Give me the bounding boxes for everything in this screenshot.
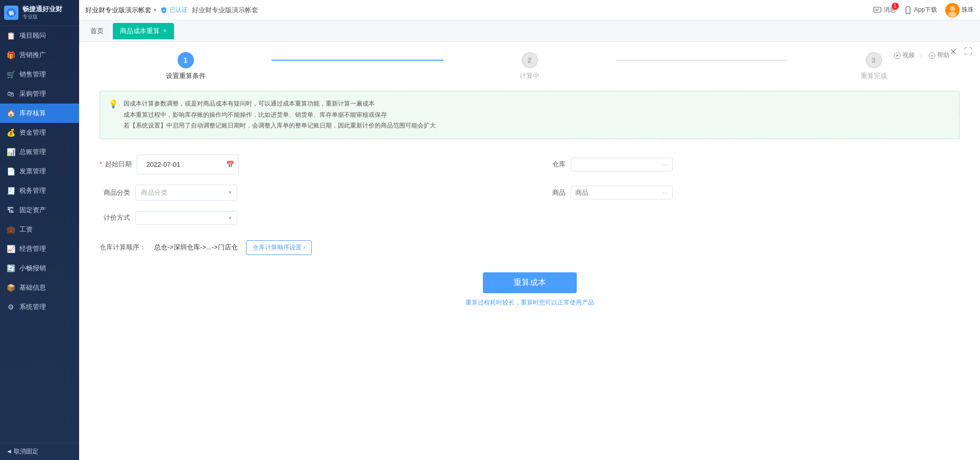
user-avatar xyxy=(945,3,960,17)
expense-icon: 🔄 xyxy=(6,264,15,272)
sidebar-item-marketing[interactable]: 🎁 营销推广 xyxy=(0,45,79,65)
svg-point-7 xyxy=(948,12,957,17)
warehouse-group: 仓库 ··· xyxy=(535,158,960,171)
sidebar-item-project[interactable]: 📋 项目顾问 xyxy=(0,26,79,45)
sidebar-item-finance[interactable]: 💰 资金管理 xyxy=(0,123,79,142)
assets-icon: 🏗 xyxy=(6,206,15,214)
tab-home[interactable]: 首页 xyxy=(83,23,111,39)
step-3: 3 重算完成 xyxy=(788,52,960,81)
sidebar-unpin-button[interactable]: ◄ 取消固定 xyxy=(0,443,79,460)
recalc-button[interactable]: 重算成本 xyxy=(483,272,577,293)
app-name: 畅捷通好业财 xyxy=(22,5,62,13)
form-row-2: 商品分类 商品分类 ▾ 商品 ··· xyxy=(100,185,960,201)
warehouse-label: 仓库 xyxy=(535,160,566,169)
sidebar-item-operations[interactable]: 📈 经营管理 xyxy=(0,239,79,259)
sales-icon: 🛒 xyxy=(6,70,15,79)
start-date-group: * 起始日期 📅 xyxy=(100,155,525,174)
calendar-icon[interactable]: 📅 xyxy=(226,161,234,168)
purchase-icon: 🛍 xyxy=(6,90,15,98)
inventory-icon: 🏠 xyxy=(6,109,15,117)
step-1-label: 设置重算条件 xyxy=(166,71,206,81)
info-box: 💡 因成本计算参数调整，或是对商品成本有疑问时，可以通过成本重算功能，重新计算一… xyxy=(100,91,960,139)
tab-recalc-close-icon[interactable]: ✕ xyxy=(163,28,167,34)
basic-icon: 📦 xyxy=(6,284,15,292)
warehouse-input-wrapper[interactable]: ··· xyxy=(571,158,673,171)
pricing-group: 计价方式 ▾ xyxy=(100,211,525,225)
sidebar-item-purchase[interactable]: 🛍 采购管理 xyxy=(0,84,79,104)
svg-point-6 xyxy=(950,6,955,11)
app-logo: 畅 xyxy=(4,6,18,20)
account-selector[interactable]: 好业财专业版演示帐套 ▾ xyxy=(85,6,156,15)
warehouse-order-value: 总仓->深圳仓库->...->门店仓 xyxy=(154,243,238,252)
sidebar-nav: 📋 项目顾问 🎁 营销推广 🛒 销售管理 🛍 采购管理 🏠 库存核算 💰 资金管… xyxy=(0,26,79,443)
svg-rect-2 xyxy=(874,7,881,12)
category-placeholder: 商品分类 xyxy=(141,188,167,197)
step-1-circle: 1 xyxy=(178,52,194,68)
warehouse-order-settings-button[interactable]: 仓库计算顺序设置 › xyxy=(246,240,312,255)
step-line-1 xyxy=(272,60,444,61)
invoice-icon: 📄 xyxy=(6,167,15,175)
step-3-label: 重算完成 xyxy=(861,71,887,81)
project-icon: 📋 xyxy=(6,32,15,40)
messages-button[interactable]: 消息 1 xyxy=(873,6,896,14)
sidebar-item-basic[interactable]: 📦 基础信息 xyxy=(0,278,79,297)
step-2: 2 计算中 xyxy=(444,52,616,81)
start-date-input-wrapper[interactable]: 📅 xyxy=(137,155,239,174)
pricing-select[interactable]: ▾ xyxy=(135,211,237,225)
finance-icon: 💰 xyxy=(6,129,15,137)
category-select[interactable]: 商品分类 ▾ xyxy=(135,185,237,201)
goods-input-wrapper[interactable]: ··· xyxy=(571,186,673,199)
recalc-area: 重算成本 重算过程耗时较长，重算时您可以正常使用产品 xyxy=(79,267,980,317)
step-2-circle: 2 xyxy=(522,52,538,68)
goods-dots-icon[interactable]: ··· xyxy=(663,189,668,196)
accounting-icon: 📊 xyxy=(6,148,15,156)
app-edition: 专业版 xyxy=(22,13,62,20)
phone-icon xyxy=(904,6,912,14)
start-date-input[interactable] xyxy=(141,158,224,171)
recalc-note: 重算过程耗时较长，重算时您可以正常使用产品 xyxy=(465,298,594,307)
svg-point-4 xyxy=(908,12,909,13)
sidebar-item-inventory[interactable]: 🏠 库存核算 xyxy=(0,104,79,123)
step-2-label: 计算中 xyxy=(520,71,540,81)
start-date-label: * 起始日期 xyxy=(100,160,132,169)
step-line-2 xyxy=(616,60,788,61)
info-bulb-icon: 💡 xyxy=(108,99,118,132)
tabbar: 首页 商品成本重算 ✕ xyxy=(79,20,980,42)
svg-text:畅: 畅 xyxy=(9,10,14,16)
step-1: 1 设置重算条件 xyxy=(100,52,272,81)
tax-icon: 🧾 xyxy=(6,187,15,195)
sidebar-item-system[interactable]: ⚙ 系统管理 xyxy=(0,297,79,317)
step-3-circle: 3 xyxy=(866,52,882,68)
sidebar-item-accounting[interactable]: 📊 总账管理 xyxy=(0,142,79,162)
sidebar-item-tax[interactable]: 🧾 税务管理 xyxy=(0,181,79,200)
main-wrapper: 好业财专业版演示帐套 ▾ 已认证 好业财专业版演示帐套 消息 1 App下载 珠… xyxy=(79,0,980,460)
message-icon xyxy=(873,6,881,14)
sidebar-item-invoice[interactable]: 📄 发票管理 xyxy=(0,162,79,181)
account-chevron-icon: ▾ xyxy=(154,7,156,13)
shield-icon xyxy=(160,7,167,14)
user-profile-button[interactable]: 珠珠 xyxy=(945,3,974,17)
warehouse-input[interactable] xyxy=(575,161,660,168)
form-row-3: 计价方式 ▾ xyxy=(100,211,960,225)
goods-group: 商品 ··· xyxy=(535,186,960,199)
verified-badge: 已认证 xyxy=(160,6,188,14)
sidebar-item-sales[interactable]: 🛒 销售管理 xyxy=(0,65,79,84)
topbar: 好业财专业版演示帐套 ▾ 已认证 好业财专业版演示帐套 消息 1 App下载 珠… xyxy=(79,0,980,20)
tab-recalc[interactable]: 商品成本重算 ✕ xyxy=(113,23,174,39)
sidebar-item-payroll[interactable]: 💼 工资 xyxy=(0,220,79,239)
payroll-icon: 💼 xyxy=(6,225,15,234)
category-label: 商品分类 xyxy=(100,188,130,197)
pricing-label: 计价方式 xyxy=(100,213,130,222)
warehouse-dots-icon[interactable]: ··· xyxy=(663,161,668,168)
goods-input[interactable] xyxy=(575,189,660,196)
operations-icon: 📈 xyxy=(6,245,15,253)
category-group: 商品分类 商品分类 ▾ xyxy=(100,185,525,201)
app-download-button[interactable]: App下载 xyxy=(904,6,937,14)
category-dropdown-icon: ▾ xyxy=(229,189,232,196)
account-name: 好业财专业版演示帐套 xyxy=(192,6,258,15)
sidebar-item-expense[interactable]: 🔄 小畅报销 xyxy=(0,259,79,278)
sidebar-item-assets[interactable]: 🏗 固定资产 xyxy=(0,200,79,220)
marketing-icon: 🎁 xyxy=(6,51,15,59)
stepper: 1 设置重算条件 2 计算中 3 重算完成 xyxy=(79,42,980,86)
info-text: 因成本计算参数调整，或是对商品成本有疑问时，可以通过成本重算功能，重新计算一遍成… xyxy=(124,98,436,132)
